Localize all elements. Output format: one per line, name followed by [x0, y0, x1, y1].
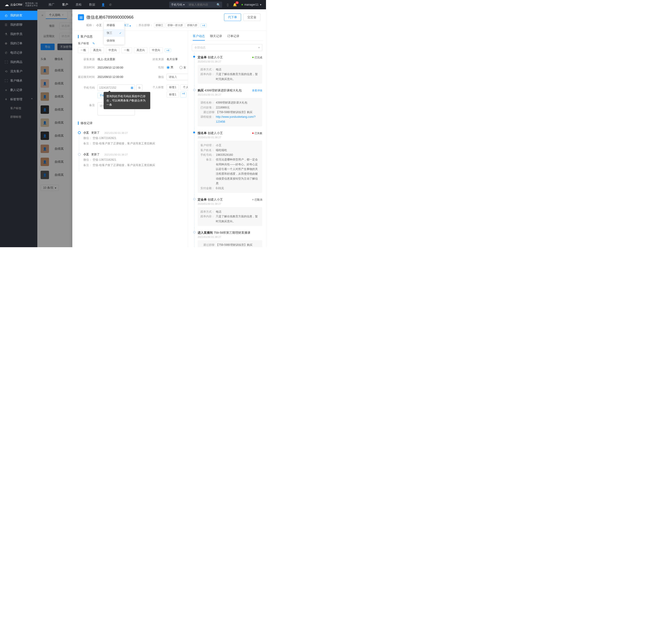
- sidebar-icon: ⚗: [4, 32, 8, 36]
- sidebar-item[interactable]: ☰我的群聊: [0, 20, 37, 29]
- sidebar-item[interactable]: ⚗我的学员: [0, 29, 37, 39]
- popover-item[interactable]: 俱保咏: [104, 37, 124, 45]
- groups-more[interactable]: +4: [200, 24, 207, 27]
- logo-brand: 云朵CRM: [10, 3, 22, 7]
- activity-tab[interactable]: 聊天记录: [210, 34, 222, 41]
- phone-icon[interactable]: ✆: [109, 3, 112, 6]
- sidebar-sub-item[interactable]: 客户标签: [0, 104, 37, 112]
- sidebar-item[interactable]: ≡删人记录: [0, 85, 37, 95]
- sidebar-sub-item[interactable]: 群聊标签: [0, 112, 37, 121]
- timeline-item: 进入直播间 759-59班第三期理财直播课2021/01/30 01:38:27…: [194, 228, 262, 247]
- customer-tag[interactable]: 高意向: [134, 47, 147, 53]
- chevron-down-icon: ▾: [260, 3, 261, 6]
- timeline-item: 报名单 创建人小王已失败2020/01/30 01:38:27客户经理：小王客户…: [194, 128, 262, 195]
- activity-tab[interactable]: 客户动态: [193, 34, 205, 41]
- search-input[interactable]: [187, 3, 215, 6]
- mobile-icon[interactable]: ▯: [227, 3, 229, 6]
- nav-tab[interactable]: 推广: [47, 3, 56, 7]
- timeline-item: 定金单 创建人小王已完成2020/01/30 01:38:27跟单方式：电话跟单…: [194, 52, 262, 85]
- activity-tab[interactable]: 订单记录: [227, 34, 239, 41]
- customer-tag[interactable]: 中意向: [149, 47, 163, 53]
- customer-tag[interactable]: 一般: [121, 47, 132, 53]
- group-chip[interactable]: 群聊三: [154, 23, 165, 28]
- person-icon[interactable]: 👤: [101, 3, 105, 6]
- ptags-more[interactable]: +4: [181, 92, 187, 98]
- customer-tag[interactable]: 高意向: [91, 47, 104, 53]
- personal-tag[interactable]: 标签1: [167, 92, 179, 98]
- sidebar-icon: ⛶: [4, 60, 8, 64]
- nick-value: 小王: [96, 23, 102, 27]
- groups-label: 所在群聊：: [139, 23, 152, 27]
- activity-filter-select[interactable]: 全部动态▾: [192, 44, 262, 51]
- label-source: 获客来源: [78, 57, 95, 61]
- popover-item[interactable]: 张三✓: [104, 29, 124, 37]
- radio-female[interactable]: 女: [179, 66, 186, 70]
- tag-label: 客户标签: [78, 42, 89, 46]
- radio-male[interactable]: 男: [167, 66, 173, 70]
- place-order-button[interactable]: 代下单: [224, 14, 241, 21]
- chevron-down-icon: ▾: [258, 46, 260, 49]
- section-history: 修改记录: [78, 121, 182, 125]
- lookup-icon[interactable]: ▦: [131, 86, 133, 89]
- customer-tag[interactable]: 中意向: [106, 47, 119, 53]
- deposit-button[interactable]: 交定金: [243, 14, 260, 21]
- edit-tags-icon[interactable]: ✎: [92, 42, 95, 45]
- left-sidebar: ◴我的好友☰我的群聊⚗我的学员☸我的订单✆电话记录⛶我的商品⟲流失客户⛶客户继承…: [0, 9, 37, 247]
- username: manager11: [244, 3, 259, 6]
- sidebar-icon: ◴: [4, 14, 8, 17]
- manager-dropdown[interactable]: 张三 ▴: [123, 23, 131, 27]
- label-phone: 手机号码: [78, 86, 95, 90]
- label-remark: 备注: [78, 103, 95, 107]
- customer-drawer: ▤ 微信名称6789990000966 代下单 交定金 昵称： 小王 | 客户经…: [72, 9, 266, 247]
- label-friend: 好友来源: [147, 57, 164, 61]
- nav-tab[interactable]: 数据: [88, 3, 97, 7]
- search: 手机号码▾ 🔍: [169, 2, 222, 8]
- label-ptags: 个人标签: [147, 85, 164, 89]
- top-nav: ☁ 云朵CRM 教育机构一站 式服务云平台 推广客户质检数据 👤 ✆ 手机号码▾…: [0, 0, 266, 9]
- manager-popover: 师馨薇张三✓俱保咏: [104, 22, 124, 45]
- sidebar-item[interactable]: ◴我的好友: [0, 11, 37, 20]
- sidebar-item[interactable]: ✆电话记录: [0, 48, 37, 57]
- bell-icon[interactable]: 🔔5: [233, 3, 237, 6]
- value-addtime: 2021/09/10 12:00:00: [98, 66, 123, 69]
- section-customer-info: 客户信息: [78, 34, 182, 39]
- label-addtime: 添加时间: [78, 66, 95, 70]
- sidebar-icon: ⟲: [4, 70, 8, 73]
- value-source: 线上-北京昱新: [98, 57, 115, 61]
- sidebar-item[interactable]: ⚘标签管理⌃: [0, 95, 37, 104]
- view-detail-link[interactable]: 查看详情: [252, 89, 262, 92]
- sidebar-icon: ≡: [4, 89, 8, 92]
- value-lastchat: 2021/09/10 12:00:00: [98, 75, 123, 79]
- popover-item[interactable]: 师馨薇: [104, 22, 124, 29]
- user-menu[interactable]: manager11 ▾: [241, 3, 261, 6]
- search-icon[interactable]: 🔍: [215, 3, 222, 6]
- label-lastchat: 最近聊天时间: [78, 75, 95, 79]
- nav-tab[interactable]: 客户: [61, 3, 70, 7]
- tags-more[interactable]: +4: [165, 49, 171, 52]
- label-wechat: 微信: [147, 75, 164, 79]
- logo-sub: 教育机构一站 式服务云平台: [24, 2, 38, 7]
- chevron-down-icon: ▾: [183, 3, 185, 6]
- customer-tag[interactable]: 一般: [78, 47, 89, 53]
- personal-tag[interactable]: 个人标签12: [181, 84, 188, 90]
- customer-icon: ▤: [78, 14, 84, 20]
- value-friend: 名片分享: [167, 57, 178, 61]
- sidebar-item[interactable]: ☸我的订单: [0, 39, 37, 48]
- chevron-up-icon: ▴: [129, 24, 131, 27]
- search-type[interactable]: 手机号码▾: [169, 3, 187, 7]
- phone-input[interactable]: 13241672152▦: [98, 84, 135, 91]
- group-chip[interactable]: 群聊一群大群: [166, 23, 185, 28]
- sidebar-item[interactable]: ⛶客户继承: [0, 76, 37, 85]
- nav-tabs: 推广客户质检数据: [47, 3, 97, 7]
- history-item: 小王更新了2021/01/30 01:38:27微信：空值-1367218282…: [79, 128, 182, 150]
- sidebar-item[interactable]: ⛶我的商品: [0, 57, 37, 67]
- sidebar-icon: ☰: [4, 23, 8, 27]
- copy-icon[interactable]: ⧉: [136, 84, 142, 91]
- wechat-input[interactable]: [167, 74, 188, 80]
- phone-tooltip: 查询到此手机号码在系统中已存在，可以将两条客户数据合并为一条: [103, 92, 150, 109]
- sidebar-item[interactable]: ⟲流失客户: [0, 67, 37, 76]
- group-chip[interactable]: 群聊六群: [186, 23, 199, 28]
- label-gender: 性别: [147, 66, 164, 70]
- nav-tab[interactable]: 质检: [74, 3, 83, 7]
- personal-tag[interactable]: 标签1: [167, 84, 179, 90]
